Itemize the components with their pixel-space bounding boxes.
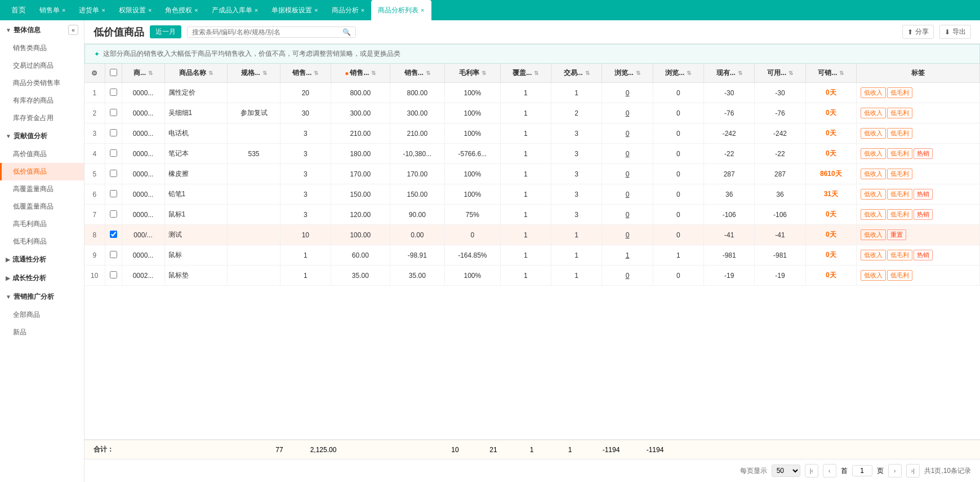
cell-views1[interactable]: 0: [602, 266, 653, 286]
views1-link[interactable]: 0: [626, 211, 630, 219]
sidebar-item-low-margin[interactable]: 低毛利商品: [0, 233, 84, 250]
col-sellable[interactable]: 可销...⇅: [805, 64, 856, 83]
nav-purchase-close[interactable]: ×: [101, 7, 105, 14]
next-page-button[interactable]: ›: [888, 464, 902, 477]
group-collapse-overall[interactable]: «: [68, 25, 78, 35]
row-checkbox[interactable]: [110, 89, 117, 96]
cell-checkbox[interactable]: [105, 266, 122, 286]
col-sales-price[interactable]: ●销售...⇅: [331, 64, 390, 83]
cell-views1[interactable]: 0: [602, 225, 653, 245]
views1-link[interactable]: 0: [626, 191, 630, 198]
sidebar-item-stock-capital[interactable]: 库存资金占用: [0, 109, 84, 127]
nav-products-inbound[interactable]: 产成品入库单 ×: [205, 0, 265, 20]
nav-roles-close[interactable]: ×: [194, 7, 198, 14]
col-stock-avail[interactable]: 可用...⇅: [755, 64, 805, 83]
sidebar-item-stock-goods[interactable]: 有库存的商品: [0, 92, 84, 109]
select-all-checkbox[interactable]: [110, 69, 117, 76]
sidebar-item-low-coverage[interactable]: 低覆盖量商品: [0, 198, 84, 215]
cell-views1[interactable]: 0: [602, 205, 653, 225]
cell-checkbox[interactable]: [105, 184, 122, 205]
sidebar-item-high-margin[interactable]: 高毛利商品: [0, 215, 84, 233]
row-checkbox[interactable]: [110, 190, 117, 197]
search-icon[interactable]: 🔍: [342, 28, 351, 36]
export-button[interactable]: ⬇ 导出: [939, 25, 971, 39]
cell-views1[interactable]: 0: [602, 103, 653, 123]
sidebar-group-contribution[interactable]: ▼ 贡献值分析: [0, 127, 84, 145]
col-views1[interactable]: 浏览...⇅: [602, 64, 653, 83]
cell-views1[interactable]: 1: [602, 245, 653, 266]
row-checkbox[interactable]: [110, 251, 117, 258]
sidebar-item-all-goods[interactable]: 全部商品: [0, 306, 84, 324]
nav-purchase[interactable]: 进货单 ×: [72, 0, 112, 20]
col-settings[interactable]: ⚙: [84, 64, 105, 83]
row-checkbox[interactable]: [110, 210, 117, 218]
col-code[interactable]: 商...⇅: [122, 64, 164, 83]
views1-link[interactable]: 0: [626, 89, 630, 97]
cell-views1[interactable]: 0: [602, 83, 653, 103]
views1-link[interactable]: 1: [626, 251, 630, 259]
row-checkbox[interactable]: [110, 129, 117, 136]
col-spec[interactable]: 规格...⇅: [228, 64, 280, 83]
share-button[interactable]: ⬆ 分享: [902, 25, 934, 39]
sidebar-group-marketing[interactable]: ▼ 营销推广分析: [0, 288, 84, 306]
last-page-button[interactable]: ›|: [906, 464, 920, 477]
col-trades[interactable]: 交易...⇅: [551, 64, 602, 83]
nav-products-inbound-close[interactable]: ×: [255, 7, 258, 14]
nav-home[interactable]: 首页: [5, 0, 33, 20]
cell-checkbox[interactable]: [105, 205, 122, 225]
col-views2[interactable]: 浏览...⇅: [653, 64, 703, 83]
nav-product-analysis[interactable]: 商品分析 ×: [325, 0, 371, 20]
filter-button[interactable]: 近一月: [150, 25, 181, 38]
sidebar-item-high-value[interactable]: 高价值商品: [0, 145, 84, 163]
nav-product-analysis-list-close[interactable]: ×: [421, 7, 424, 14]
cell-views1[interactable]: 0: [602, 144, 653, 164]
first-page-button[interactable]: |‹: [805, 464, 818, 477]
cell-checkbox[interactable]: [105, 144, 122, 164]
sidebar-item-new-goods[interactable]: 新品: [0, 324, 84, 341]
views1-link[interactable]: 0: [626, 130, 630, 138]
cell-checkbox[interactable]: [105, 164, 122, 184]
sidebar-item-low-value[interactable]: 低价值商品: [0, 163, 84, 180]
search-input[interactable]: [192, 28, 342, 36]
col-sales-cost[interactable]: 销售...⇅: [390, 64, 445, 83]
sidebar-item-traded-goods[interactable]: 交易过的商品: [0, 57, 84, 74]
row-checkbox[interactable]: [110, 231, 117, 238]
col-gross-rate[interactable]: 毛利率⇅: [445, 64, 501, 83]
col-sales-qty[interactable]: 销售...⇅: [280, 64, 331, 83]
nav-sales[interactable]: 销售单 ×: [33, 0, 72, 20]
settings-icon[interactable]: ⚙: [91, 69, 97, 77]
col-checkbox[interactable]: [105, 64, 122, 83]
sidebar-group-overall[interactable]: ▼ 整体信息 «: [0, 20, 84, 39]
search-box[interactable]: 🔍: [187, 26, 356, 38]
cell-checkbox[interactable]: [105, 225, 122, 245]
row-checkbox[interactable]: [110, 170, 117, 177]
nav-template-settings[interactable]: 单据模板设置 ×: [265, 0, 324, 20]
col-coverage[interactable]: 覆盖...⇅: [500, 64, 551, 83]
views1-link[interactable]: 0: [626, 231, 630, 239]
views1-link[interactable]: 0: [626, 170, 630, 178]
page-size-select[interactable]: 50 100 200: [772, 465, 800, 477]
nav-sales-close[interactable]: ×: [62, 7, 65, 14]
row-checkbox[interactable]: [110, 271, 117, 278]
views1-link[interactable]: 0: [626, 109, 630, 117]
sidebar-item-category-sales-rate[interactable]: 商品分类销售率: [0, 74, 84, 92]
sidebar-group-growth[interactable]: ▶ 成长性分析: [0, 269, 84, 288]
cell-views1[interactable]: 0: [602, 184, 653, 205]
prev-page-button[interactable]: ‹: [823, 464, 836, 477]
col-stock-cur[interactable]: 现有...⇅: [703, 64, 754, 83]
nav-permissions[interactable]: 权限设置 ×: [112, 0, 158, 20]
nav-roles[interactable]: 角色授权 ×: [158, 0, 204, 20]
row-checkbox[interactable]: [110, 109, 117, 116]
nav-product-analysis-close[interactable]: ×: [361, 7, 364, 14]
cell-views1[interactable]: 0: [602, 123, 653, 144]
nav-permissions-close[interactable]: ×: [148, 7, 152, 14]
views1-link[interactable]: 0: [626, 272, 630, 280]
table-container[interactable]: ⚙ 商...⇅ 商品名称⇅ 规格...⇅ 销售...⇅ ●销售...⇅ 销售..…: [84, 64, 980, 439]
col-name[interactable]: 商品名称⇅: [164, 64, 228, 83]
cell-checkbox[interactable]: [105, 245, 122, 266]
cell-views1[interactable]: 0: [602, 164, 653, 184]
cell-checkbox[interactable]: [105, 83, 122, 103]
nav-template-settings-close[interactable]: ×: [314, 7, 318, 14]
page-number-input[interactable]: [852, 465, 872, 476]
nav-product-analysis-list[interactable]: 商品分析列表 ×: [371, 0, 431, 20]
